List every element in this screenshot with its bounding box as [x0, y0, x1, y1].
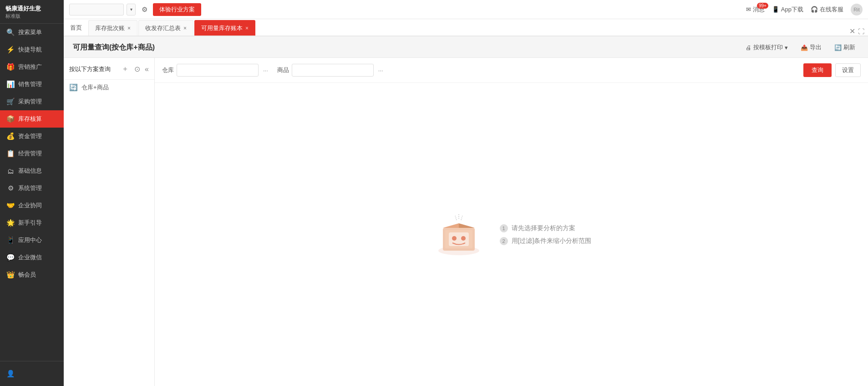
tab-summary-label: 收发存汇总表: [145, 24, 181, 32]
sidebar-label-operation: 经营管理: [18, 149, 42, 158]
sidebar-label-corp: 企业协同: [18, 201, 42, 210]
add-filter-button[interactable]: ＋: [121, 63, 130, 75]
tabbar: 首页 库存批次账 × 收发存汇总表 × 可用量库存账本 × ✕ ⛶: [64, 19, 868, 36]
sidebar-item-finance[interactable]: 💰 资金管理: [0, 128, 64, 145]
warehouse-more-button[interactable]: ···: [261, 66, 270, 75]
print-label: 按模板打印: [753, 43, 783, 51]
goods-input[interactable]: [292, 64, 374, 77]
refresh-icon: 🔄: [834, 44, 842, 51]
sidebar-item-sales[interactable]: 📊 销售管理: [0, 76, 64, 93]
warehouse-goods-icon: 🔄: [69, 83, 78, 92]
empty-state-inner: 1 请先选择要分析的方案 2 用[过滤]条件来缩小分析范围: [431, 207, 592, 262]
warehouse-input[interactable]: [177, 64, 259, 77]
hint-text-1: 请先选择要分析的方案: [512, 224, 575, 232]
topbar-gear-button[interactable]: ⚙: [138, 4, 150, 15]
svg-point-5: [461, 236, 466, 241]
sidebar-item-member[interactable]: 👑 畅会员: [0, 266, 64, 283]
app-download-icon: 📱: [772, 6, 779, 13]
warehouse-label: 仓库: [162, 66, 174, 74]
online-support-label: 在线客服: [820, 5, 843, 14]
tabbar-expand-button[interactable]: ⛶: [858, 28, 864, 35]
sidebar-item-guide[interactable]: 🌟 新手引导: [0, 214, 64, 232]
sidebar-item-basic[interactable]: 🗂 基础信息: [0, 162, 64, 180]
query-actions: 查询 设置: [803, 63, 861, 77]
export-button[interactable]: 📤 导出: [797, 42, 825, 53]
print-icon: 🖨: [746, 44, 751, 51]
collapse-panel-button[interactable]: «: [145, 65, 149, 73]
corp-icon: 🤝: [6, 201, 15, 210]
filter-item-label: 仓库+商品: [81, 83, 109, 92]
main-content: 仓库 ··· 商品 ··· 查询 设置: [155, 58, 868, 386]
sidebar-label-wechat: 企业微信: [18, 253, 42, 262]
settings-filter-button[interactable]: ⊙: [133, 64, 141, 74]
sidebar-label-shortcut: 快捷导航: [18, 46, 42, 54]
sidebar-bottom: 👤: [0, 361, 64, 386]
sidebar-item-corp[interactable]: 🤝 企业协同: [0, 197, 64, 214]
sidebar-item-appcenter[interactable]: 📱 应用中心: [0, 232, 64, 249]
tab-available-close[interactable]: ×: [245, 26, 249, 31]
app-download-button[interactable]: 📱 App下载: [772, 5, 803, 14]
filter-panel: 按以下方案查询 ＋ ⊙ « 🔄 仓库+商品: [64, 58, 155, 386]
sidebar-label-appcenter: 应用中心: [18, 236, 42, 244]
sidebar-item-purchase[interactable]: 🛒 采购管理: [0, 93, 64, 110]
tabbar-close-button[interactable]: ✕: [849, 27, 855, 36]
query-settings-button[interactable]: 设置: [835, 63, 861, 77]
svg-point-4: [452, 236, 457, 241]
goods-more-button[interactable]: ···: [376, 66, 385, 75]
tab-batch[interactable]: 库存批次账 ×: [88, 20, 137, 36]
tab-summary[interactable]: 收发存汇总表 ×: [138, 20, 193, 36]
sidebar-label-sales: 销售管理: [18, 80, 42, 88]
sidebar-label-purchase: 采购管理: [18, 98, 42, 106]
sidebar-label-basic: 基础信息: [18, 167, 42, 175]
query-bar: 仓库 ··· 商品 ··· 查询 设置: [155, 58, 868, 83]
query-button[interactable]: 查询: [803, 63, 832, 77]
sidebar-item-marketing[interactable]: 🎁 营销推广: [0, 58, 64, 76]
print-dropdown-icon: ▾: [785, 44, 788, 51]
empty-hint-1: 1 请先选择要分析的方案: [500, 224, 592, 232]
sidebar-menu: 🔍 搜索菜单 ⚡ 快捷导航 🎁 营销推广 📊 销售管理 🛒 采购管理 📦 库存核…: [0, 24, 64, 361]
sidebar-logo: 畅康通好生意 标准版: [0, 0, 64, 24]
app-download-label: App下载: [781, 5, 803, 14]
sidebar-item-operation[interactable]: 📋 经营管理: [0, 145, 64, 162]
content-area: 按以下方案查询 ＋ ⊙ « 🔄 仓库+商品 仓库 ··· 商品: [64, 58, 868, 386]
search-icon: 🔍: [6, 28, 15, 36]
sidebar-item-search[interactable]: 🔍 搜索菜单: [0, 24, 64, 41]
sidebar-item-system[interactable]: ⚙ 系统管理: [0, 180, 64, 197]
tab-batch-close[interactable]: ×: [127, 26, 131, 31]
page-header: 可用量查询(按仓库+商品) 🖨 按模板打印 ▾ 📤 导出 🔄 刷新: [64, 36, 868, 58]
tab-home[interactable]: 首页: [64, 20, 88, 36]
refresh-label: 刷新: [843, 43, 855, 51]
refresh-button[interactable]: 🔄 刷新: [831, 42, 859, 53]
topbar-search-input[interactable]: [69, 4, 124, 15]
user-button[interactable]: Rit: [851, 4, 863, 15]
sidebar-item-inventory[interactable]: 📦 库存核算: [0, 110, 64, 128]
message-badge: 99+: [757, 3, 768, 9]
topbar-dropdown-button[interactable]: ▾: [127, 4, 136, 15]
trial-button[interactable]: 体验行业方案: [153, 3, 201, 16]
sidebar-user[interactable]: 👤: [0, 365, 64, 382]
tab-batch-label: 库存批次账: [95, 24, 125, 32]
sidebar-item-shortcut[interactable]: ⚡ 快捷导航: [0, 41, 64, 58]
marketing-icon: 🎁: [6, 63, 15, 71]
topbar-right: ✉ 消息 99+ 📱 App下载 🎧 在线客服 Rit: [746, 4, 863, 15]
sidebar-item-wechat[interactable]: 💬 企业微信: [0, 249, 64, 266]
page-title: 可用量查询(按仓库+商品): [73, 43, 155, 52]
message-button[interactable]: ✉ 消息 99+: [746, 5, 765, 14]
tab-available[interactable]: 可用量库存账本 ×: [194, 20, 255, 36]
sidebar-label-system: 系统管理: [18, 184, 42, 192]
goods-field: 商品 ···: [277, 64, 385, 77]
filter-item-warehouse-goods[interactable]: 🔄 仓库+商品: [64, 80, 154, 95]
guide-icon: 🌟: [6, 219, 15, 227]
sidebar-label-inventory: 库存核算: [18, 115, 42, 123]
avatar: Rit: [851, 4, 863, 15]
svg-line-6: [455, 216, 457, 220]
hint-num-2: 2: [500, 237, 508, 245]
sidebar: 畅康通好生意 标准版 🔍 搜索菜单 ⚡ 快捷导航 🎁 营销推广 📊 销售管理 🛒…: [0, 0, 64, 386]
purchase-icon: 🛒: [6, 98, 15, 106]
inventory-icon: 📦: [6, 115, 15, 123]
print-button[interactable]: 🖨 按模板打印 ▾: [742, 42, 792, 53]
tab-home-label: 首页: [70, 24, 82, 32]
tab-summary-close[interactable]: ×: [183, 26, 187, 31]
online-support-button[interactable]: 🎧 在线客服: [811, 5, 843, 14]
member-icon: 👑: [6, 271, 15, 279]
